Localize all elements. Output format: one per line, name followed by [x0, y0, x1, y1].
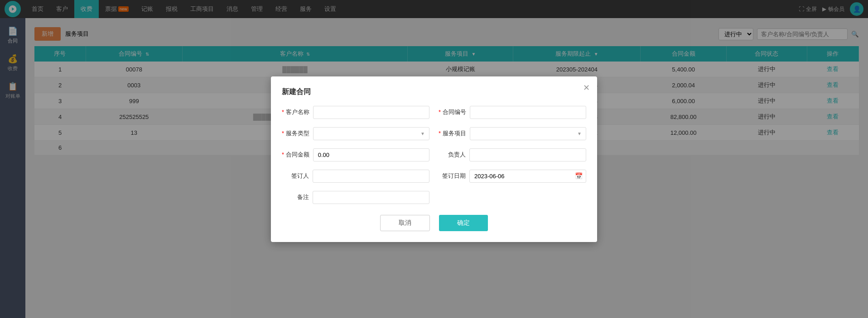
responsible-label: 负责人 [439, 151, 466, 159]
form-group-sign-date: 签订日期 📅 [439, 170, 586, 183]
client-name-input[interactable] [313, 106, 429, 119]
form-group-service-type: 服务类型 [282, 127, 429, 140]
form-row-1: 客户名称 合同编号 [282, 106, 586, 119]
form-group-client: 客户名称 [282, 106, 429, 119]
form-row-3: 合同金额 负责人 [282, 148, 586, 161]
sign-date-input[interactable] [469, 170, 586, 183]
sign-date-label: 签订日期 [439, 172, 466, 180]
form-group-contract-no: 合同编号 [439, 106, 586, 119]
form-group-service-item: 服务项目 [439, 127, 586, 140]
cancel-button[interactable]: 取消 [380, 215, 430, 231]
form-group-responsible: 负责人 [439, 148, 586, 161]
calendar-icon[interactable]: 📅 [575, 172, 583, 180]
responsible-input[interactable] [469, 148, 586, 161]
modal-footer: 取消 确定 [282, 215, 586, 231]
modal-title: 新建合同 [282, 87, 586, 97]
client-name-label: 客户名称 [282, 108, 309, 116]
form-row-2: 服务类型 服务项目 [282, 127, 586, 140]
service-item-select[interactable] [470, 127, 586, 140]
confirm-button[interactable]: 确定 [439, 215, 488, 231]
signer-label: 签订人 [282, 172, 309, 180]
amount-input[interactable] [313, 148, 429, 161]
new-contract-modal: 新建合同 ✕ 客户名称 合同编号 服务类型 [271, 76, 597, 242]
contract-no-input[interactable] [470, 106, 586, 119]
amount-label: 合同金额 [282, 151, 309, 159]
modal-overlay[interactable]: 新建合同 ✕ 客户名称 合同编号 服务类型 [0, 0, 868, 318]
form-row-5: 备注 [282, 191, 586, 204]
signer-input[interactable] [313, 170, 429, 183]
form-group-signer: 签订人 [282, 170, 429, 183]
remark-input[interactable] [313, 191, 429, 204]
contract-no-label: 合同编号 [439, 108, 466, 116]
service-type-label: 服务类型 [282, 129, 309, 138]
form-row-4: 签订人 签订日期 📅 [282, 170, 586, 183]
service-type-select-wrapper [313, 127, 429, 140]
remark-label: 备注 [282, 193, 309, 201]
service-type-select[interactable] [313, 127, 429, 140]
form-group-remark: 备注 [282, 191, 429, 204]
service-item-label: 服务项目 [439, 129, 466, 138]
form-group-amount: 合同金额 [282, 148, 429, 161]
modal-close-button[interactable]: ✕ [583, 83, 590, 93]
sign-date-wrapper: 📅 [469, 170, 586, 183]
service-item-select-wrapper [470, 127, 586, 140]
